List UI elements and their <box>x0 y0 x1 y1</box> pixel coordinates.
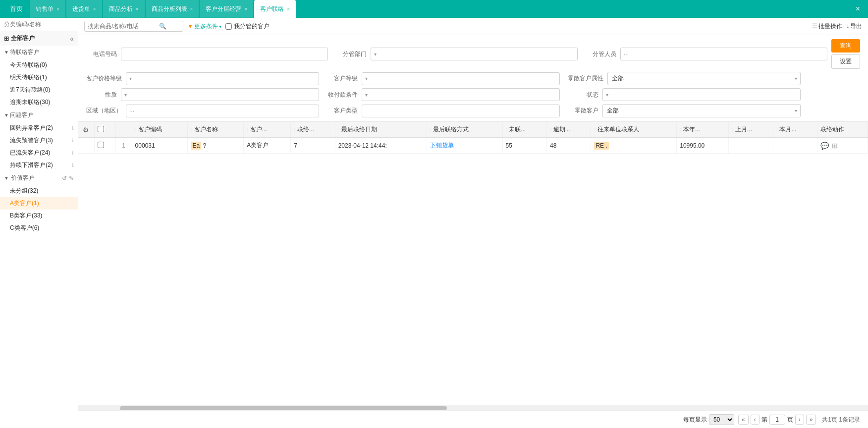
sidebar-item-lost[interactable]: 已流失客户(24) ℹ <box>0 147 78 159</box>
sidebar-item-class-c[interactable]: C类客户(6) <box>0 222 78 234</box>
row-checkbox[interactable] <box>98 142 104 148</box>
my-customer-check[interactable] <box>225 23 232 30</box>
sidebar-search-input[interactable] <box>4 21 78 28</box>
sidebar-item-7days-pending[interactable]: 近7天待联络(0) <box>0 84 78 96</box>
col-name[interactable]: : 客户名称 <box>188 122 244 138</box>
sidebar-item-class-a[interactable]: A类客户(1) <box>0 197 78 210</box>
sidebar-group-problem[interactable]: ▼ 问题客户 <box>0 108 78 122</box>
retail-customer-select[interactable]: 全部 <box>602 104 801 117</box>
nav-tab-purchase[interactable]: 进货单 × <box>66 0 102 18</box>
col-last-method[interactable]: : 最后联络方式 <box>427 122 502 138</box>
last-page-button[interactable]: » <box>806 415 816 425</box>
col-divider-unc: : <box>506 126 507 133</box>
customer-type-input[interactable] <box>362 105 560 117</box>
top-nav: 首页 销售单 × 进货单 × 商品分析 × 商品分析列表 × 客户分层经营 × … <box>0 0 868 18</box>
filter-search-box[interactable]: 🔍 <box>84 21 183 32</box>
nav-tab-purchase-close[interactable]: × <box>93 6 96 12</box>
nav-tab-analysis[interactable]: 商品分析 × <box>103 0 145 18</box>
value-refresh-icon[interactable]: ↺ <box>62 175 67 182</box>
info-icon-2[interactable]: ℹ <box>72 138 74 143</box>
batch-op-button[interactable]: ☰ 批量操作 <box>812 22 842 31</box>
nav-tab-analysis-list-close[interactable]: × <box>190 6 193 12</box>
col-settings[interactable]: ⚙ <box>78 122 94 138</box>
nav-tab-sales[interactable]: 销售单 × <box>30 0 65 18</box>
filter-field-retail-customer: 零散客户 全部 <box>568 104 801 117</box>
window-close-button[interactable]: × <box>852 4 864 13</box>
sidebar-item-today-pending[interactable]: 今天待联络(0) <box>0 59 78 71</box>
col-action[interactable]: 联络动作 <box>817 122 868 138</box>
table-settings-icon[interactable]: ⚙ <box>83 126 89 134</box>
more-filter-button[interactable]: ▼ 更多条件 ▾ <box>187 22 221 31</box>
status-select[interactable] <box>602 88 801 101</box>
nav-tab-customer-mgmt[interactable]: 客户分层经营 × <box>200 0 253 18</box>
info-icon-3[interactable]: ℹ <box>72 150 74 156</box>
phone-input[interactable] <box>121 48 328 60</box>
sidebar-group-value[interactable]: ▼ 价值客户 ↺ ✎ <box>0 171 78 185</box>
info-icon-4[interactable]: ℹ <box>72 162 74 168</box>
last-method-link[interactable]: 下销货单 <box>430 142 454 149</box>
customer-type-label: 客户类型 <box>327 107 362 115</box>
col-overdue[interactable]: : 逾期... <box>546 122 591 138</box>
col-this-year[interactable]: : 本年... <box>677 122 729 138</box>
export-icon: ↓ <box>846 23 849 30</box>
sidebar-item-repurchase-abnormal[interactable]: 回购异常客户(2) ℹ <box>0 122 78 134</box>
price-level-select[interactable] <box>126 72 319 85</box>
col-contact[interactable]: : 联络... <box>291 122 335 138</box>
filter-search-icon[interactable]: 🔍 <box>159 23 166 30</box>
nav-tab-analysis-list[interactable]: 商品分析列表 × <box>146 0 199 18</box>
export-button[interactable]: ↓ 导出 <box>846 22 862 31</box>
sidebar-item-tomorrow-pending[interactable]: 明天待联络(1) <box>0 71 78 84</box>
nav-tab-customer-contact[interactable]: 客户联络 × <box>254 0 296 18</box>
scroll-thumb[interactable] <box>120 406 447 410</box>
nav-tab-analysis-close[interactable]: × <box>136 6 139 12</box>
first-page-button[interactable]: « <box>738 415 749 425</box>
grid-action-icon[interactable]: ⊞ <box>832 142 838 150</box>
page-size-select[interactable]: 50 100 200 <box>709 414 734 425</box>
sidebar-item-declining[interactable]: 持续下滑客户(2) ℹ <box>0 159 78 171</box>
set-button[interactable]: 设置 <box>831 54 860 69</box>
nav-tab-analysis-label: 商品分析 <box>109 5 133 13</box>
sidebar-all-customers[interactable]: ⊞ 全部客户 « <box>0 31 78 46</box>
horizontal-scrollbar[interactable] <box>78 405 868 411</box>
filter-search-input[interactable] <box>88 23 157 30</box>
col-unit-contact[interactable]: : 往来单位联系人 <box>591 122 677 138</box>
info-icon-1[interactable]: ℹ <box>72 125 74 131</box>
col-last-date[interactable]: : 最后联络日期 <box>335 122 427 138</box>
row-checkbox-cell[interactable] <box>94 138 115 154</box>
dept-select[interactable] <box>371 48 578 60</box>
select-all-checkbox[interactable] <box>98 126 104 132</box>
sidebar-collapse-button[interactable]: « <box>70 35 74 43</box>
sidebar-item-ungrouped[interactable]: 未分组(32) <box>0 185 78 197</box>
row-action-cell: 💬 ⊞ <box>817 138 868 154</box>
sidebar-item-class-b[interactable]: B类客户(33) <box>0 210 78 222</box>
nav-tab-sales-close[interactable]: × <box>56 6 59 12</box>
nav-tab-customer-mgmt-close[interactable]: × <box>244 6 247 12</box>
nav-tab-customer-contact-close[interactable]: × <box>287 6 290 12</box>
chat-action-icon[interactable]: 💬 <box>820 142 829 150</box>
my-customer-checkbox[interactable]: 我分管的客户 <box>225 22 270 31</box>
col-uncontacted[interactable]: : 未联... <box>502 122 546 138</box>
region-input[interactable] <box>126 105 319 117</box>
col-level[interactable]: : 客户... <box>244 122 291 138</box>
col-last-month[interactable]: : 上月... <box>729 122 773 138</box>
sidebar-item-overdue-pending[interactable]: 逾期未联络(30) <box>0 96 78 108</box>
page-number-input[interactable] <box>769 415 785 425</box>
filter-field-phone: 电话号码 <box>86 48 328 60</box>
prev-page-button[interactable]: ‹ <box>751 415 760 425</box>
total-records-label: 共1页 1条记录 <box>822 416 860 424</box>
nature-select[interactable] <box>121 88 319 101</box>
customer-level-select[interactable] <box>362 72 560 85</box>
next-page-button[interactable]: › <box>795 415 804 425</box>
col-checkbox[interactable] <box>94 122 115 138</box>
col-code[interactable]: : 客户编码 <box>132 122 188 138</box>
retail-attr-select[interactable]: 全部 <box>607 72 801 85</box>
all-customers-label: 全部客户 <box>11 34 35 43</box>
value-edit-icon[interactable]: ✎ <box>69 175 74 182</box>
sidebar-item-loss-warning[interactable]: 流失预警客户(3) ℹ <box>0 134 78 147</box>
sidebar-group-pending[interactable]: ▼ 待联络客户 <box>0 46 78 59</box>
manager-input[interactable] <box>620 48 827 60</box>
query-button[interactable]: 查询 <box>831 39 860 53</box>
payment-select[interactable] <box>362 88 560 101</box>
col-this-month[interactable]: : 本月... <box>773 122 817 138</box>
nav-home[interactable]: 首页 <box>4 0 29 18</box>
